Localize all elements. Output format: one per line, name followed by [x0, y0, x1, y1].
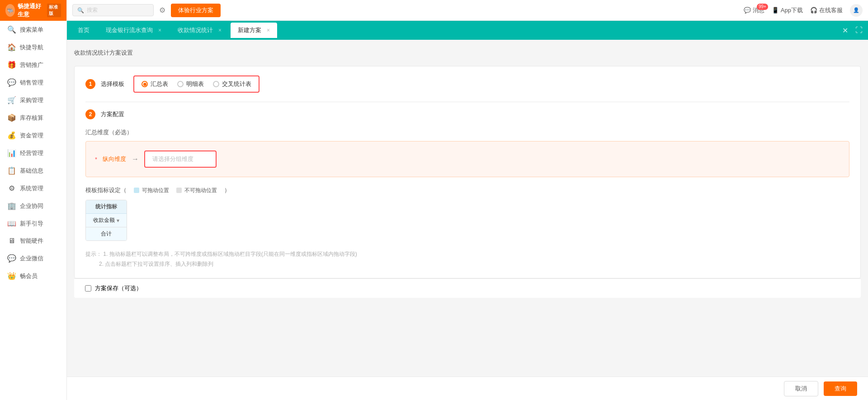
tab-home-label: 首页: [78, 26, 90, 34]
sidebar-item-basic-info[interactable]: 📋 基础信息: [0, 162, 66, 179]
message-button[interactable]: 💬 消息 99+: [744, 6, 764, 14]
topbar-right: 💬 消息 99+ 📱 App下载 🎧 在线客服 👤: [744, 4, 863, 17]
step1-label: 选择模板: [101, 80, 124, 88]
step1-number: 1: [85, 79, 95, 89]
online-service-label: 在线客服: [819, 6, 843, 14]
tab-collection-stats[interactable]: 收款情况统计 ×: [170, 23, 229, 38]
dimension-placeholder: 请选择分组维度: [152, 155, 193, 162]
draggable-dot: [134, 188, 139, 193]
tab-collection-stats-label: 收款情况统计: [178, 26, 213, 34]
tab-home[interactable]: 首页: [71, 23, 97, 38]
sidebar-item-search-menu[interactable]: 🔍 搜索菜单: [0, 21, 66, 38]
step-divider: [85, 102, 849, 102]
sidebar-item-operations[interactable]: 📊 经营管理: [0, 144, 66, 162]
message-icon: 💬: [744, 7, 751, 14]
metrics-title-close: ）: [224, 186, 230, 194]
radio-cross[interactable]: 交叉统计表: [213, 80, 251, 88]
sidebar-nav: 🔍 搜索菜单 🏠 快捷导航 🎁 营销推广 💬 销售管理 🛒 采购管理 📦 库存核…: [0, 21, 66, 400]
required-star: *: [95, 156, 97, 163]
save-checkbox[interactable]: [85, 285, 91, 292]
metrics-section: 模板指标设定（ 可拖动位置 不可拖动位置 ）: [85, 186, 849, 242]
sidebar-item-label: 新手引导: [20, 220, 43, 228]
sidebar-item-label: 经营管理: [20, 149, 43, 157]
step2-row: 2 方案配置: [85, 109, 849, 119]
sidebar-item-label: 畅会员: [20, 272, 38, 280]
trial-button[interactable]: 体验行业方案: [171, 4, 221, 17]
sidebar-item-member[interactable]: 👑 畅会员: [0, 267, 66, 285]
search-box[interactable]: 🔍 搜索: [72, 4, 154, 16]
sidebar-item-label: 系统管理: [20, 184, 43, 193]
finance-icon: 💰: [7, 131, 16, 140]
breadcrumb: 收款情况统计方案设置: [74, 45, 861, 61]
cancel-button[interactable]: 取消: [784, 381, 818, 396]
settings-icon[interactable]: ⚙: [159, 6, 165, 14]
app-name: 畅捷通好生意: [18, 2, 44, 19]
sidebar-item-wechat[interactable]: 💬 企业微信: [0, 249, 66, 267]
tab-new-plan[interactable]: 新建方案 ×: [231, 23, 277, 38]
save-label: 方案保存（可选）: [95, 284, 142, 292]
dimension-row: * 纵向维度 → 请选择分组维度: [95, 151, 217, 168]
tab-bank-flow[interactable]: 现金银行流水查询 ×: [99, 23, 169, 38]
search-icon: 🔍: [77, 7, 84, 14]
dimension-section: 汇总维度（必选） * 纵向维度 → 请选择分组维度: [85, 128, 849, 177]
sidebar-item-label: 基础信息: [20, 167, 43, 175]
sidebar-item-sales[interactable]: 💬 销售管理: [0, 74, 66, 91]
radio-summary[interactable]: 汇总表: [142, 80, 168, 88]
tip2-text: 2. 点击标题栏下拉可设置排序、插入列和删除列: [99, 261, 213, 267]
tab-collection-stats-close[interactable]: ×: [218, 27, 222, 33]
radio-summary-circle: [142, 81, 148, 87]
app-download-label: App下载: [781, 6, 803, 14]
radio-detail-circle: [177, 81, 184, 87]
sidebar-item-label: 企业微信: [20, 254, 43, 263]
sidebar-item-label: 快捷导航: [20, 43, 43, 52]
edition-badge: 标准版: [47, 4, 61, 17]
sidebar-item-inventory[interactable]: 📦 库存核算: [0, 109, 66, 127]
basic-info-icon: 📋: [7, 166, 16, 175]
metrics-cell-amount[interactable]: 收款金额 ▾: [86, 214, 127, 227]
sidebar-item-finance[interactable]: 💰 资金管理: [0, 127, 66, 144]
query-button[interactable]: 查询: [824, 381, 857, 396]
radio-detail[interactable]: 明细表: [177, 80, 204, 88]
online-service-button[interactable]: 🎧 在线客服: [810, 6, 843, 14]
sidebar-item-purchase[interactable]: 🛒 采购管理: [0, 91, 66, 109]
app-download-icon: 📱: [772, 7, 779, 14]
search-menu-icon: 🔍: [7, 25, 16, 34]
dimension-select[interactable]: 请选择分组维度: [144, 151, 217, 168]
cell-dropdown[interactable]: 收款金额 ▾: [93, 216, 119, 224]
guide-icon: 📖: [7, 219, 16, 228]
page-content: 收款情况统计方案设置 1 选择模板 汇总表 明细表: [67, 40, 868, 400]
metrics-cell-total: 合计: [86, 227, 127, 241]
purchase-icon: 🛒: [7, 96, 16, 104]
radio-cross-label: 交叉统计表: [222, 80, 251, 88]
metrics-table: 统计指标 收款金额 ▾: [86, 200, 127, 240]
sidebar-item-smart-hw[interactable]: 🖥 智能硬件: [0, 232, 66, 249]
tip1-text: 1. 拖动标题栏可以调整布局，不可跨维度或指标区域拖动栏目字段(只能在同一维度或…: [103, 251, 357, 257]
sidebar-item-marketing[interactable]: 🎁 营销推广: [0, 56, 66, 74]
marketing-icon: 🎁: [7, 61, 16, 69]
user-avatar[interactable]: 👤: [850, 4, 863, 17]
sidebar-item-guide[interactable]: 📖 新手引导: [0, 215, 66, 232]
metrics-table-wrapper: 统计指标 收款金额 ▾: [85, 200, 127, 241]
sales-icon: 💬: [7, 78, 16, 87]
main-area: 🔍 搜索 ⚙ 体验行业方案 💬 消息 99+ 📱 App下载 🎧 在线客服 👤: [67, 0, 868, 400]
step2-label: 方案配置: [101, 110, 124, 118]
legend-not-draggable: 不可拖动位置: [176, 187, 217, 194]
sidebar-logo: 🐃 畅捷通好生意 标准版: [0, 0, 66, 21]
radio-cross-circle: [213, 81, 219, 87]
tab-expand-icon[interactable]: ⛶: [854, 24, 864, 37]
not-draggable-dot: [176, 188, 182, 193]
sidebar-item-label: 销售管理: [20, 79, 43, 87]
metrics-header: 模板指标设定（ 可拖动位置 不可拖动位置 ）: [85, 186, 849, 194]
sidebar: 🐃 畅捷通好生意 标准版 🔍 搜索菜单 🏠 快捷导航 🎁 营销推广 💬 销售管理…: [0, 0, 67, 400]
sidebar-item-enterprise[interactable]: 🏢 企业协同: [0, 197, 66, 215]
tab-close-window-icon[interactable]: ✕: [840, 24, 850, 37]
tab-new-plan-close[interactable]: ×: [267, 27, 270, 33]
sidebar-item-quick-nav[interactable]: 🏠 快捷导航: [0, 38, 66, 56]
member-icon: 👑: [7, 272, 16, 280]
dimension-subtitle: 汇总维度（必选）: [85, 128, 849, 136]
app-download-button[interactable]: 📱 App下载: [772, 6, 803, 14]
legend-not-draggable-label: 不可拖动位置: [184, 187, 217, 194]
tab-bank-flow-close[interactable]: ×: [158, 27, 161, 33]
sidebar-item-system[interactable]: ⚙ 系统管理: [0, 179, 66, 197]
template-radio-group: 汇总表 明细表 交叉统计表: [142, 80, 251, 88]
